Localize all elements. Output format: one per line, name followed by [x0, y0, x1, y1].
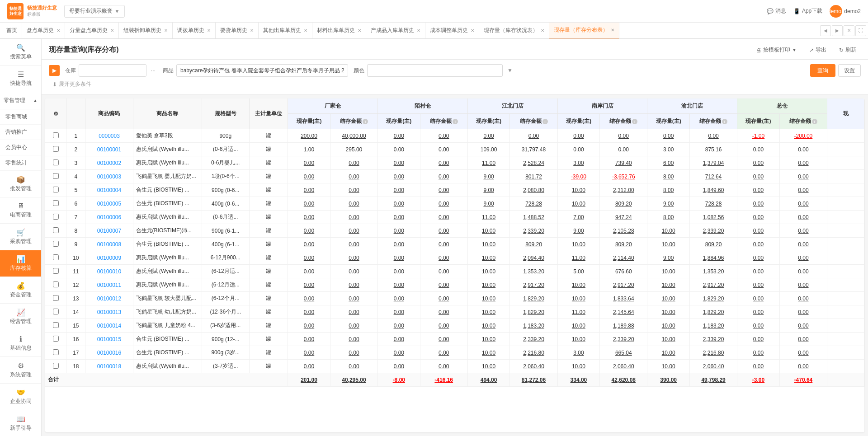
tab-kucun-zhuangkuang[interactable]: 现存量（库存状况表） ✕: [479, 23, 549, 39]
row-na-qty[interactable]: 10.00: [557, 319, 600, 333]
footer-total-amt[interactable]: -470.64: [779, 373, 827, 387]
row-jb-qty[interactable]: 10.00: [467, 278, 510, 292]
row-na-amt[interactable]: 947.24: [600, 211, 647, 224]
row-total-qty[interactable]: 0.00: [737, 224, 780, 238]
row-total-amt[interactable]: 0.00: [779, 197, 827, 211]
row-yb-amt[interactable]: 809.20: [689, 238, 737, 251]
row-yb-amt[interactable]: 712.64: [689, 170, 737, 183]
row-yb-amt[interactable]: 0.00: [689, 129, 737, 143]
row-factory-amt[interactable]: 0.00: [330, 197, 377, 211]
row-settings[interactable]: [45, 183, 66, 197]
row-na-qty[interactable]: 9.00: [557, 224, 600, 238]
row-na-amt[interactable]: 676.60: [600, 265, 647, 278]
row-yb-amt[interactable]: 1,829.20: [689, 305, 737, 319]
row-mocun-qty[interactable]: 0.00: [378, 197, 420, 211]
row-jb-amt[interactable]: 2,080.80: [510, 183, 557, 197]
row-factory-amt[interactable]: 0.00: [330, 238, 377, 251]
export-btn[interactable]: ↗ 导出: [805, 44, 831, 56]
row-factory-amt[interactable]: 40,000.00: [330, 129, 377, 143]
sidebar-item-guide[interactable]: 📖 新手引导: [0, 410, 41, 436]
row-factory-qty[interactable]: 0.00: [288, 197, 330, 211]
row-factory-amt[interactable]: 0.00: [330, 319, 377, 333]
row-mocun-amt[interactable]: 0.00: [420, 211, 467, 224]
tab-close-icon[interactable]: ✕: [250, 28, 254, 33]
sidebar-item-retail[interactable]: 零售管理 ▲: [0, 92, 41, 109]
row-na-amt[interactable]: 665.04: [600, 346, 647, 360]
row-yb-amt[interactable]: 2,060.40: [689, 360, 737, 373]
settings-icon[interactable]: ⚙: [53, 111, 58, 117]
row-total-amt[interactable]: 0.00: [779, 143, 827, 156]
row-settings[interactable]: [45, 251, 66, 265]
row-jb-qty[interactable]: 10.00: [467, 346, 510, 360]
refresh-btn[interactable]: ↻ 刷新: [835, 44, 861, 56]
tab-close-icon[interactable]: ✕: [611, 28, 614, 33]
row-jb-qty[interactable]: 10.00: [467, 305, 510, 319]
factory-amt-info-icon[interactable]: i: [363, 119, 368, 124]
tab-prev-btn[interactable]: ◀: [820, 25, 831, 36]
row-total-qty[interactable]: 0.00: [737, 319, 780, 333]
row-jb-amt[interactable]: 31,797.48: [510, 143, 557, 156]
tab-close-icon[interactable]: ✕: [358, 28, 361, 33]
sidebar-item-basic[interactable]: ℹ 基础信息: [0, 330, 41, 357]
row-jb-qty[interactable]: 10.00: [467, 238, 510, 251]
row-jb-qty[interactable]: 10.00: [467, 292, 510, 305]
row-factory-amt[interactable]: 0.00: [330, 224, 377, 238]
row-yb-amt[interactable]: 1,183.20: [689, 319, 737, 333]
row-mocun-qty[interactable]: 0.00: [378, 211, 420, 224]
row-jb-qty[interactable]: 10.00: [467, 224, 510, 238]
tab-material[interactable]: 材料出库单历史 ✕: [312, 23, 366, 39]
row-total-amt[interactable]: 0.00: [779, 305, 827, 319]
row-yb-qty[interactable]: 10.00: [647, 333, 690, 346]
row-na-amt[interactable]: 2,917.20: [600, 278, 647, 292]
row-total-qty[interactable]: 0.00: [737, 360, 780, 373]
row-jb-amt[interactable]: 728.28: [510, 197, 557, 211]
setting-button[interactable]: 设置: [838, 64, 861, 77]
row-mocun-amt[interactable]: 0.00: [420, 360, 467, 373]
row-factory-amt[interactable]: 0.00: [330, 333, 377, 346]
row-yb-amt[interactable]: 1,884.96: [689, 251, 737, 265]
row-jb-qty[interactable]: 10.00: [467, 251, 510, 265]
tab-fenpandian[interactable]: 分量盘点单历史 ✕: [65, 23, 119, 39]
row-mocun-amt[interactable]: 0.00: [420, 224, 467, 238]
tab-yaohuo[interactable]: 要货单历史 ✕: [216, 23, 259, 39]
row-mocun-qty[interactable]: 0.00: [378, 170, 420, 183]
row-mocun-amt[interactable]: 0.00: [420, 156, 467, 170]
tab-close-icon[interactable]: ✕: [417, 28, 420, 33]
row-total-qty[interactable]: 0.00: [737, 333, 780, 346]
footer-yb-amt[interactable]: 49,798.29: [689, 373, 737, 387]
tab-close-icon[interactable]: ✕: [110, 28, 114, 33]
yb-amt-info-icon[interactable]: i: [722, 119, 727, 124]
tab-close-icon[interactable]: ✕: [207, 28, 211, 33]
footer-factory-amt[interactable]: 40,295.00: [330, 373, 377, 387]
footer-yb-qty[interactable]: 390.00: [647, 373, 690, 387]
sidebar-item-nav[interactable]: ☰ 快捷导航: [0, 66, 41, 92]
row-yb-qty[interactable]: 0.00: [647, 129, 690, 143]
row-factory-qty[interactable]: 0.00: [288, 278, 330, 292]
row-factory-amt[interactable]: 0.00: [330, 170, 377, 183]
total-amt-info-icon[interactable]: i: [812, 119, 817, 124]
row-settings[interactable]: [45, 360, 66, 373]
row-factory-qty[interactable]: 0.00: [288, 183, 330, 197]
row-mocun-qty[interactable]: 0.00: [378, 305, 420, 319]
sidebar-item-system[interactable]: ⚙ 系统管理: [0, 357, 41, 384]
row-factory-qty[interactable]: 0.00: [288, 305, 330, 319]
row-yb-qty[interactable]: 9.00: [647, 251, 690, 265]
row-na-amt[interactable]: 2,312.00: [600, 183, 647, 197]
row-total-amt[interactable]: 0.00: [779, 183, 827, 197]
tab-chuku[interactable]: 其他出库单历史 ✕: [259, 23, 312, 39]
row-mocun-qty[interactable]: 0.00: [378, 346, 420, 360]
row-total-qty[interactable]: 0.00: [737, 251, 780, 265]
row-yb-qty[interactable]: 8.00: [647, 170, 690, 183]
row-factory-qty[interactable]: 0.00: [288, 156, 330, 170]
warehouse-ellipsis-btn[interactable]: ···: [149, 67, 157, 74]
row-total-amt[interactable]: 0.00: [779, 156, 827, 170]
row-mocun-qty[interactable]: 0.00: [378, 360, 420, 373]
print-btn[interactable]: 🖨 按模板打印 ▼: [751, 44, 801, 56]
footer-jb-amt[interactable]: 81,272.06: [510, 373, 557, 387]
row-total-amt[interactable]: 0.00: [779, 319, 827, 333]
row-factory-qty[interactable]: 0.00: [288, 170, 330, 183]
row-factory-amt[interactable]: 0.00: [330, 360, 377, 373]
row-jb-qty[interactable]: 9.00: [467, 197, 510, 211]
row-factory-qty[interactable]: 0.00: [288, 292, 330, 305]
row-factory-qty[interactable]: 0.00: [288, 251, 330, 265]
